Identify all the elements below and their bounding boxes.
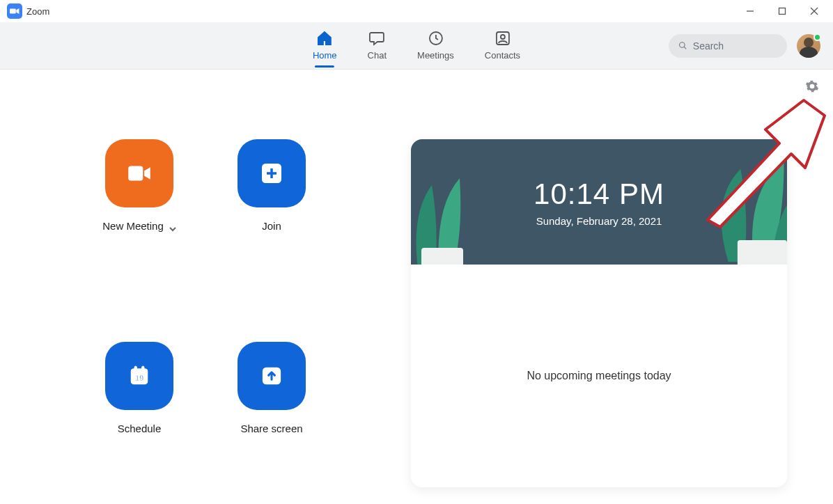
profile-avatar[interactable]: [797, 34, 820, 58]
chevron-down-icon: [169, 226, 176, 233]
svg-point-8: [680, 42, 685, 47]
nav-tab-label: Contacts: [485, 50, 520, 61]
svg-rect-21: [738, 240, 787, 265]
upcoming-empty-message: No upcoming meetings today: [527, 370, 671, 382]
search-box[interactable]: [669, 34, 787, 58]
plus-icon: [257, 159, 286, 188]
nav-tab-label: Home: [313, 50, 337, 61]
svg-rect-10: [128, 166, 143, 181]
settings-button[interactable]: [805, 79, 819, 93]
new-meeting-dropdown[interactable]: [169, 223, 176, 230]
home-info-panel: 10:14 PM Sunday, February 28, 2021 No up…: [411, 70, 833, 504]
svg-line-9: [684, 47, 686, 49]
svg-rect-2: [779, 8, 786, 15]
window-title: Zoom: [26, 6, 49, 17]
window-maximize-button[interactable]: [766, 0, 798, 22]
nav-tab-label: Chat: [368, 50, 387, 61]
nav-tab-home[interactable]: Home: [313, 29, 337, 66]
zoom-app-icon: [7, 3, 22, 19]
calendar-icon: 19: [125, 361, 154, 391]
chat-icon: [368, 29, 386, 47]
top-navigation: Home Chat Meetings Contacts: [0, 22, 833, 70]
nav-tab-chat[interactable]: Chat: [368, 29, 387, 66]
clock-time: 10:14 PM: [534, 178, 664, 211]
window-close-button[interactable]: [798, 0, 830, 22]
share-screen-button[interactable]: [238, 342, 306, 410]
tile-share-screen: Share screen: [205, 342, 338, 504]
home-icon: [316, 29, 334, 47]
tile-join: Join: [205, 139, 338, 301]
svg-point-7: [500, 35, 504, 39]
home-main: New Meeting Join: [0, 70, 833, 504]
clock-icon: [426, 29, 444, 47]
clock-date: Sunday, February 28, 2021: [536, 215, 662, 227]
tile-label: New Meeting: [102, 220, 164, 232]
tile-label: Schedule: [118, 423, 162, 434]
share-screen-icon: [257, 361, 286, 391]
clock-banner: 10:14 PM Sunday, February 28, 2021: [411, 139, 787, 265]
svg-rect-17: [142, 366, 145, 371]
tile-new-meeting: New Meeting: [73, 139, 205, 301]
svg-rect-20: [421, 248, 463, 265]
join-button[interactable]: [238, 139, 306, 207]
svg-rect-0: [10, 9, 16, 14]
schedule-button[interactable]: 19: [105, 342, 173, 410]
nav-tab-meetings[interactable]: Meetings: [417, 29, 454, 66]
search-icon: [678, 40, 687, 51]
window-controls: [734, 0, 830, 22]
decoration-plant-left: [411, 143, 508, 265]
gear-icon: [805, 79, 819, 93]
decoration-plant-right: [703, 143, 787, 265]
search-input[interactable]: [693, 40, 777, 52]
tile-label: Share screen: [240, 423, 302, 434]
tile-schedule: 19 Schedule: [73, 342, 205, 504]
new-meeting-button[interactable]: [105, 139, 173, 207]
svg-rect-15: [131, 369, 148, 374]
svg-text:19: 19: [135, 374, 144, 382]
video-icon: [125, 159, 154, 188]
window-titlebar: Zoom: [0, 0, 833, 22]
presence-indicator: [813, 33, 821, 41]
svg-rect-16: [134, 366, 137, 371]
nav-tab-contacts[interactable]: Contacts: [485, 29, 520, 66]
home-actions-panel: New Meeting Join: [0, 70, 411, 504]
upcoming-list: No upcoming meetings today: [411, 265, 787, 487]
tile-label: Join: [262, 220, 281, 232]
window-minimize-button[interactable]: [734, 0, 766, 22]
upcoming-card: 10:14 PM Sunday, February 28, 2021 No up…: [411, 139, 787, 487]
nav-tab-label: Meetings: [417, 50, 454, 61]
contacts-icon: [493, 29, 511, 47]
